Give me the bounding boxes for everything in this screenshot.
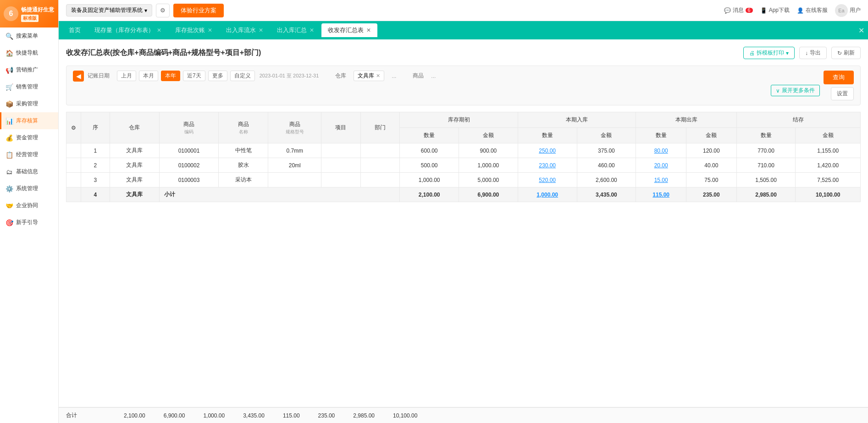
system-dropdown[interactable]: 装备及固定资产辅助管理系统 ▾ bbox=[66, 4, 152, 16]
tab-inout-flow[interactable]: 出入库流水✕ bbox=[220, 23, 270, 37]
col-goodsspec-header: 商品规格型号 bbox=[268, 112, 321, 143]
tab-close-stock-summary[interactable]: ✕ bbox=[366, 27, 371, 33]
main-content: 装备及固定资产辅助管理系统 ▾ ⚙ 体验行业方案 💬 消息 6 📱 App下载 … bbox=[59, 0, 868, 423]
sidebar-item-system[interactable]: ⚙️系统管理 bbox=[0, 180, 58, 197]
col-out-qty-header: 数量 bbox=[636, 128, 686, 143]
logo-tag: 标准版 bbox=[21, 15, 39, 22]
app-download-item[interactable]: 📱 App下载 bbox=[760, 6, 790, 14]
date-btn-this-month[interactable]: 本月 bbox=[139, 71, 158, 81]
warehouse-label: 仓库 bbox=[335, 72, 346, 80]
tab-label: 出入库流水 bbox=[226, 26, 256, 34]
sidebar-item-label: 营销推广 bbox=[16, 66, 38, 74]
column-settings-button[interactable]: 设置 bbox=[831, 87, 854, 100]
warehouse-tag-close[interactable]: ✕ bbox=[376, 73, 380, 79]
online-service-item[interactable]: 👤 在线客服 bbox=[797, 6, 828, 14]
app-logo: 6 畅捷通好生意 标准版 bbox=[0, 0, 58, 27]
warehouse-tag[interactable]: 文具库 ✕ bbox=[354, 71, 384, 81]
top-header: 装备及固定资产辅助管理系统 ▾ ⚙ 体验行业方案 💬 消息 6 📱 App下载 … bbox=[59, 0, 868, 21]
sidebar-item-marketing[interactable]: 📢营销推广 bbox=[0, 61, 58, 78]
tab-batch-account[interactable]: 库存批次账✕ bbox=[169, 23, 219, 37]
system-icon: ⚙️ bbox=[5, 185, 13, 192]
user-label: 用户 bbox=[850, 6, 861, 14]
table-row: 1 文具库 0100001 中性笔 0.7mm 600.00 900.00 25… bbox=[66, 143, 861, 158]
sidebar-item-operation[interactable]: 📋经营管理 bbox=[0, 146, 58, 163]
header-left: 装备及固定资产辅助管理系统 ▾ ⚙ 体验行业方案 bbox=[66, 4, 224, 17]
filter-main-row: ◀ 记账日期 上月 本月 本年 近7天 更多 自定义 2023-01-01 至 … bbox=[73, 71, 854, 100]
gear-button[interactable]: ⚙ bbox=[156, 4, 170, 17]
col-settings-header[interactable]: ⚙ bbox=[66, 112, 81, 143]
marketing-icon: 📢 bbox=[5, 66, 13, 74]
sidebar-item-enterprise[interactable]: 🤝企业协同 bbox=[0, 197, 58, 214]
sidebar-item-label: 搜索菜单 bbox=[16, 32, 38, 40]
filter-row-1: 记账日期 上月 本月 本年 近7天 更多 自定义 2023-01-01 至 20… bbox=[88, 71, 820, 81]
date-label: 记账日期 bbox=[88, 72, 110, 80]
page-title: 收发存汇总表(按仓库+商品编码+商品+规格型号+项目+部门) bbox=[66, 48, 261, 58]
print-button[interactable]: 🖨 拆模板打印 ▾ bbox=[743, 47, 795, 59]
col-department-header: 部门 bbox=[360, 112, 400, 143]
tab-inventory-dist[interactable]: 现存量（库存分布表）✕ bbox=[88, 23, 168, 37]
user-item[interactable]: Ea 用户 bbox=[835, 4, 861, 17]
logo-icon: 6 bbox=[4, 6, 18, 21]
tab-close-batch-account[interactable]: ✕ bbox=[208, 27, 212, 33]
col-opening-amt-header: 金额 bbox=[459, 128, 518, 143]
sidebar-item-label: 新手引导 bbox=[16, 219, 38, 226]
col-balance-header: 结存 bbox=[736, 112, 860, 128]
refresh-icon: ↻ bbox=[837, 50, 842, 56]
sidebar-item-label: 快捷导航 bbox=[16, 49, 38, 57]
tab-label: 库存批次账 bbox=[175, 26, 205, 34]
sales-icon: 🛒 bbox=[5, 83, 13, 91]
total-opening-amt: 6,900.00 bbox=[164, 412, 185, 419]
sidebar-item-search[interactable]: 🔍搜索菜单 bbox=[0, 27, 58, 44]
experience-button[interactable]: 体验行业方案 bbox=[173, 4, 224, 17]
user-avatar: Ea bbox=[835, 4, 848, 17]
finance-icon: 💰 bbox=[5, 134, 13, 142]
total-in-amt: 3,435.00 bbox=[243, 412, 265, 419]
query-button[interactable]: 查询 bbox=[824, 71, 854, 84]
export-button[interactable]: ↓ 导出 bbox=[799, 47, 827, 59]
date-btn-more[interactable]: 更多 bbox=[208, 71, 227, 81]
enterprise-icon: 🤝 bbox=[5, 202, 13, 209]
newbie-icon: 🎯 bbox=[5, 219, 13, 226]
sidebar-item-quick-nav[interactable]: 🏠快捷导航 bbox=[0, 44, 58, 61]
tab-close-inout-flow[interactable]: ✕ bbox=[259, 27, 263, 33]
warehouse-more[interactable]: ... bbox=[392, 73, 396, 79]
total-balance-qty: 2,985.00 bbox=[353, 412, 375, 419]
table-row: 3 文具库 0100003 采访本 1,000.00 5,000.00 520.… bbox=[66, 173, 861, 187]
date-btn-custom[interactable]: 自定义 bbox=[230, 71, 255, 81]
sidebar-item-basic-info[interactable]: 🗂基础信息 bbox=[0, 163, 58, 180]
tab-close-inventory-dist[interactable]: ✕ bbox=[157, 27, 161, 33]
tab-inout-summary[interactable]: 出入库汇总✕ bbox=[271, 23, 321, 37]
filter-row-2: ∨ 展开更多条件 bbox=[88, 85, 820, 96]
date-btn-this-year[interactable]: 本年 bbox=[161, 71, 180, 81]
sidebar-item-inventory[interactable]: 📊库存核算 bbox=[0, 112, 58, 129]
goods-more[interactable]: ... bbox=[431, 73, 436, 79]
tab-bar-close[interactable]: ✕ bbox=[858, 26, 864, 35]
sidebar-item-newbie[interactable]: 🎯新手引导 bbox=[0, 214, 58, 231]
page-area: 收发存汇总表(按仓库+商品编码+商品+规格型号+项目+部门) 🖨 拆模板打印 ▾… bbox=[59, 39, 868, 407]
print-icon: 🖨 bbox=[749, 50, 755, 56]
sidebar-item-sales[interactable]: 🛒销售管理 bbox=[0, 78, 58, 95]
tab-close-inout-summary[interactable]: ✕ bbox=[310, 27, 314, 33]
expand-conditions-button[interactable]: ∨ 展开更多条件 bbox=[771, 85, 820, 96]
col-opening-header: 库存期初 bbox=[400, 112, 518, 128]
basic-info-icon: 🗂 bbox=[5, 168, 13, 176]
date-btn-last-month[interactable]: 上月 bbox=[117, 71, 136, 81]
col-no-header: 序 bbox=[81, 112, 110, 143]
date-btn-7days[interactable]: 近7天 bbox=[183, 71, 205, 81]
sidebar-item-label: 采购管理 bbox=[16, 100, 38, 108]
refresh-button[interactable]: ↻ 刷新 bbox=[831, 47, 861, 59]
tab-home[interactable]: 首页 bbox=[62, 23, 87, 37]
col-out-header: 本期出库 bbox=[636, 112, 736, 128]
purchase-icon: 📦 bbox=[5, 100, 13, 108]
tab-stock-summary[interactable]: 收发存汇总表✕ bbox=[321, 23, 377, 37]
data-table: ⚙ 序 仓库 商品编码 商品名称 商品规格型号 项目 部门 库存期初 本期入库 … bbox=[66, 112, 861, 202]
chevron-down-icon: ▾ bbox=[786, 50, 789, 56]
filter-toggle-button[interactable]: ◀ bbox=[73, 71, 84, 82]
sidebar-item-purchase[interactable]: 📦采购管理 bbox=[0, 95, 58, 112]
tab-label: 出入库汇总 bbox=[277, 26, 307, 34]
total-in-qty: 1,000.00 bbox=[203, 412, 225, 419]
col-balance-amt-header: 金额 bbox=[796, 128, 861, 143]
message-item[interactable]: 💬 消息 6 bbox=[724, 6, 753, 14]
operation-icon: 📋 bbox=[5, 151, 13, 159]
sidebar-item-finance[interactable]: 💰资金管理 bbox=[0, 129, 58, 146]
